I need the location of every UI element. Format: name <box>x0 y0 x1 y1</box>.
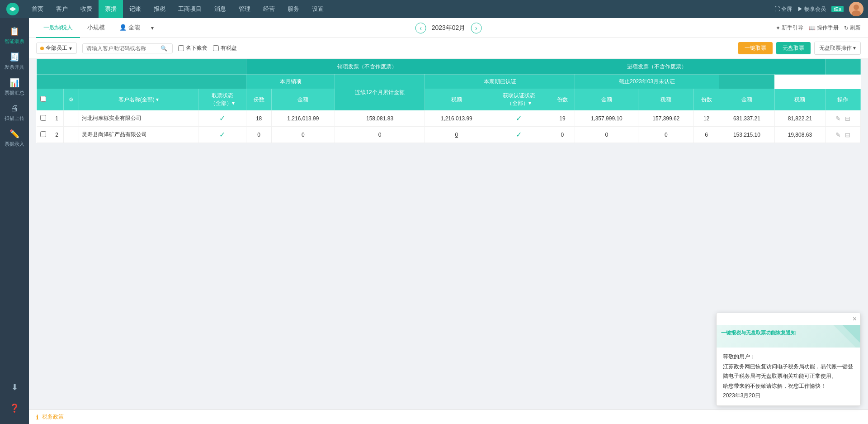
sidebar-download[interactable]: ⬇ <box>0 379 29 396</box>
sidebar-item-smart-fetch[interactable]: 📋 智能取票 <box>0 23 29 48</box>
current-month: 2023年02月 <box>432 24 466 32</box>
notification-image-area: 一键报税与无盘取票功能恢复通知 <box>717 325 860 348</box>
row1-checkbox[interactable] <box>40 115 46 121</box>
col-uncert-tax: 税额 <box>774 89 825 110</box>
fullscreen-btn[interactable]: ⛶ 全屏 <box>774 5 792 13</box>
scan-icon: 🖨 <box>10 104 19 113</box>
nav-operation[interactable]: 经营 <box>257 0 281 18</box>
table-wrap: 销项发票（不含作废票） 进项发票（不含作废票） 本月销项 连续12个月累计金额 … <box>29 59 868 150</box>
nav-client[interactable]: 客户 <box>50 0 74 18</box>
app-logo[interactable] <box>5 1 21 17</box>
sidebar-help[interactable]: ❓ <box>0 400 29 417</box>
row2-edit-icon[interactable]: ✎ <box>835 131 841 138</box>
one-click-fetch-button[interactable]: 一键取票 <box>738 42 773 54</box>
prev-month-btn[interactable]: ‹ <box>415 23 426 33</box>
row1-purchase-amount: 1,357,999.10 <box>575 110 638 127</box>
sg-cumulative: 连续12个月累计金额 <box>335 75 425 110</box>
search-input[interactable] <box>86 45 159 52</box>
tax-disk-checkbox[interactable] <box>213 45 219 51</box>
nav-service[interactable]: 服务 <box>281 0 306 18</box>
user-avatar[interactable] <box>849 2 863 16</box>
row1-sales-tax: 158,081.83 <box>335 110 425 127</box>
next-month-btn[interactable]: › <box>471 23 481 33</box>
tax-disk-label: 有税盘 <box>221 44 237 52</box>
table-row: 1 河北柯摩栎实业有限公司 ✓ 18 1,216,013.99 158,081.… <box>37 110 861 127</box>
col-sales-count: 份数 <box>246 89 272 110</box>
col-num <box>50 89 64 110</box>
nav-invoice[interactable]: 票据 <box>99 0 123 18</box>
refresh-btn[interactable]: ↻ 刷新 <box>844 24 861 32</box>
row1-sales-count: 18 <box>246 110 272 127</box>
row2-cert-icon: ✓ <box>516 131 522 138</box>
employee-dot <box>40 47 44 50</box>
row2-check[interactable] <box>37 127 50 143</box>
close-notification-btn[interactable]: × <box>853 315 857 323</box>
new-guide-btn[interactable]: ✦ 新手引导 <box>776 24 803 32</box>
row1-check[interactable] <box>37 110 50 127</box>
row1-client-name: 河北柯摩栎实业有限公司 <box>79 110 198 127</box>
nav-tax[interactable]: 报税 <box>147 0 172 18</box>
row2-checkbox[interactable] <box>40 131 46 137</box>
row2-cert-status: ✓ <box>488 127 550 143</box>
row2-actions: ✎ ⊟ <box>825 127 860 143</box>
sidebar: 📋 智能取票 🧾 发票开具 📊 票据汇总 🖨 扫描上传 ✏️ 票据录入 ⬇ ❓ <box>0 18 29 424</box>
header-ops <box>825 59 860 75</box>
row2-view-icon[interactable]: ⊟ <box>845 131 850 138</box>
search-icon[interactable]: 🔍 <box>160 45 167 52</box>
select-all-checkbox[interactable] <box>40 96 46 102</box>
sidebar-bottom: ⬇ ❓ <box>0 379 29 424</box>
row1-cumulative: 1,216,013.99 <box>425 110 488 127</box>
table-header-group1: 销项发票（不含作废票） 进项发票（不含作废票） <box>37 59 861 75</box>
account-checkbox-wrap[interactable]: 名下账套 <box>178 44 208 52</box>
nav-business[interactable]: 工商项目 <box>172 0 208 18</box>
nav-home[interactable]: 首页 <box>25 0 50 18</box>
employee-label: 全部员工 <box>46 44 67 52</box>
row2-cumulative-link[interactable]: 0 <box>455 132 458 138</box>
notification-popup: × 一键报税与无盘取票功能恢复通知 尊敬的用户： 江苏政务网已恢复访问电子税务局… <box>716 313 861 406</box>
row1-cert-status: ✓ <box>488 110 550 127</box>
account-checkbox[interactable] <box>178 45 184 51</box>
nav-billing[interactable]: 收费 <box>74 0 99 18</box>
col-purchase-count: 份数 <box>550 89 575 110</box>
info-icon: ℹ <box>36 414 38 421</box>
row2-settings <box>64 127 79 143</box>
employee-select[interactable]: 全部员工 ▾ <box>36 43 77 54</box>
nav-manage[interactable]: 管理 <box>232 0 257 18</box>
employee-chevron: ▾ <box>69 45 72 52</box>
notification-content: 江苏政务网已恢复访问电子税务局功能，易代账一键登陆电子税务局与无盘取票相关功能可… <box>723 362 854 381</box>
sidebar-item-entry[interactable]: ✏️ 票据录入 <box>0 125 29 151</box>
sidebar-item-label: 发票开具 <box>5 64 24 71</box>
tax-policy-link[interactable]: 税务政策 <box>42 413 64 421</box>
row2-purchase-amount: 0 <box>575 127 638 143</box>
row2-cumulative: 0 <box>425 127 488 143</box>
sidebar-item-scan[interactable]: 🖨 扫描上传 <box>0 100 29 125</box>
status-bar: ℹ 税务政策 <box>29 410 868 424</box>
sg-uncert: 截止2023年03月未认证 <box>575 75 719 89</box>
tab-general[interactable]: 一般纳税人 <box>36 18 80 38</box>
sidebar-item-issue[interactable]: 🧾 发票开具 <box>0 48 29 74</box>
nav-bookkeeping[interactable]: 记账 <box>123 0 147 18</box>
tab-more[interactable]: ▾ <box>147 18 157 38</box>
row1-edit-icon[interactable]: ✎ <box>835 115 841 122</box>
row1-purchase-count: 19 <box>550 110 575 127</box>
manual-btn[interactable]: 📖 操作手册 <box>809 24 839 32</box>
col-purchase-amount: 金额 <box>575 89 638 110</box>
sidebar-item-summary[interactable]: 📊 票据汇总 <box>0 74 29 100</box>
row1-purchase-tax: 157,399.62 <box>638 110 694 127</box>
no-disk-ops-button[interactable]: 无盘取票操作 ▾ <box>814 42 861 55</box>
tab-small[interactable]: 小规模 <box>80 18 112 38</box>
search-wrap: 🔍 <box>82 43 173 53</box>
nav-settings[interactable]: 设置 <box>306 0 330 18</box>
tax-disk-checkbox-wrap[interactable]: 有税盘 <box>213 44 237 52</box>
nav-message[interactable]: 消息 <box>208 0 232 18</box>
member-btn[interactable]: ▶ 畅享会员 <box>797 5 826 13</box>
no-disk-fetch-button[interactable]: 无盘取票 <box>776 42 811 54</box>
row1-cumulative-link[interactable]: 1,216,013.99 <box>441 115 472 122</box>
col-actions: 操作 <box>825 89 860 110</box>
row1-uncert-tax: 81,822.21 <box>774 110 825 127</box>
row2-sales-amount: 0 <box>271 127 335 143</box>
tab-all[interactable]: 👤 全能 <box>112 18 147 38</box>
col-cert-status: 获取认证状态（全部）▾ <box>488 89 550 110</box>
sg-empty <box>37 75 246 89</box>
row1-view-icon[interactable]: ⊟ <box>845 115 850 122</box>
